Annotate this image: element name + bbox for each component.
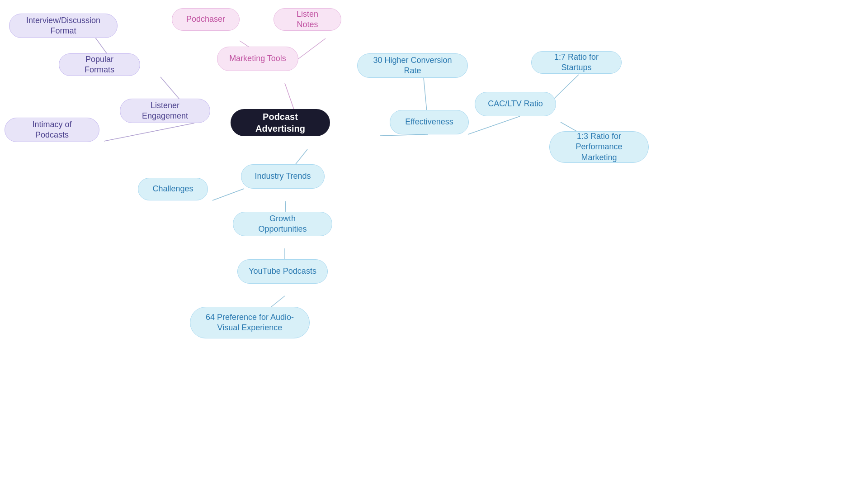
ratio-startups-node: 1:7 Ratio for Startups bbox=[531, 51, 622, 74]
center-node: Podcast Advertising bbox=[231, 109, 330, 136]
listen-notes-node: Listen Notes bbox=[274, 8, 341, 31]
popular-formats-node: Popular Formats bbox=[59, 53, 140, 76]
svg-line-13 bbox=[212, 189, 244, 200]
svg-line-7 bbox=[380, 134, 428, 136]
ratio-performance-node: 1:3 Ratio for Performance Marketing bbox=[549, 131, 649, 163]
effectiveness-node: Effectiveness bbox=[390, 110, 469, 134]
svg-line-9 bbox=[468, 116, 520, 134]
growth-opportunities-node: Growth Opportunities bbox=[233, 212, 332, 236]
industry-trends-node: Industry Trends bbox=[241, 164, 325, 189]
audio-visual-node: 64 Preference for Audio-Visual Experienc… bbox=[190, 307, 310, 338]
listener-engagement-node: Listener Engagement bbox=[120, 99, 210, 123]
svg-line-3 bbox=[104, 123, 194, 141]
podchaser-node: Podchaser bbox=[172, 8, 240, 31]
higher-conversion-node: 30 Higher Conversion Rate bbox=[357, 53, 468, 78]
marketing-tools-node: Marketing Tools bbox=[217, 47, 298, 71]
cac-ltv-node: CAC/LTV Ratio bbox=[475, 92, 556, 116]
challenges-node: Challenges bbox=[138, 178, 208, 200]
youtube-podcasts-node: YouTube Podcasts bbox=[237, 259, 328, 284]
interview-format-node: Interview/Discussion Format bbox=[9, 14, 118, 38]
intimacy-node: Intimacy of Podcasts bbox=[5, 118, 99, 142]
svg-line-6 bbox=[298, 38, 326, 59]
